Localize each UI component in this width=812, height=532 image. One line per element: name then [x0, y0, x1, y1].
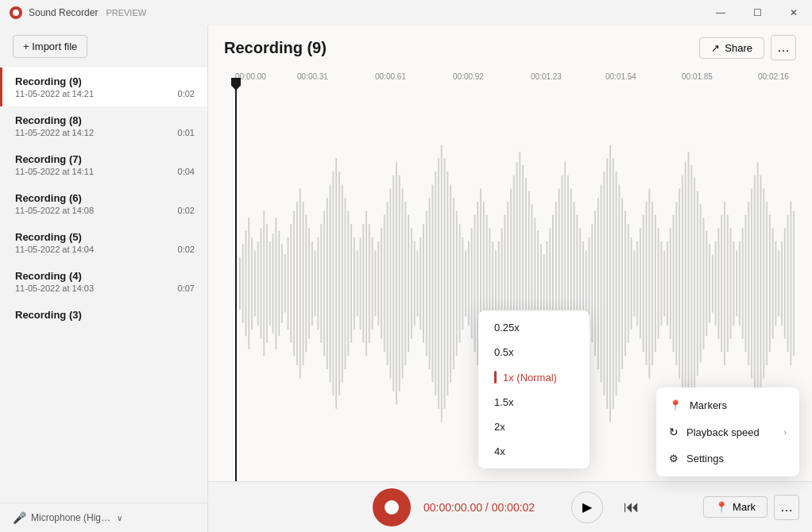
- svg-rect-118: [591, 224, 593, 342]
- svg-rect-137: [648, 188, 650, 378]
- list-item[interactable]: Recording (3): [0, 301, 207, 330]
- list-item[interactable]: Recording (7) 11-05-2022 at 14:11 0:04: [0, 145, 207, 184]
- svg-rect-63: [426, 211, 427, 357]
- list-item[interactable]: Recording (4) 11-05-2022 at 14:03 0:07: [0, 262, 207, 301]
- maximize-button[interactable]: ☐: [739, 0, 775, 25]
- svg-rect-147: [679, 188, 680, 378]
- svg-rect-59: [414, 241, 416, 326]
- list-item[interactable]: Recording (5) 11-05-2022 at 14:04 0:02: [0, 223, 207, 262]
- app-title: Sound Recorder: [29, 7, 98, 18]
- context-item-settings[interactable]: ⚙ Settings: [656, 445, 799, 472]
- svg-rect-123: [606, 158, 608, 408]
- context-item-playback-speed[interactable]: ↻ Playback speed ›: [656, 418, 799, 445]
- svg-rect-17: [288, 237, 289, 330]
- svg-rect-167: [739, 241, 740, 326]
- svg-rect-153: [697, 191, 698, 376]
- timeline-ruler: 00:00.00 00:00.31 00:00.61 00:00.92 00:0…: [224, 67, 796, 86]
- share-button[interactable]: ↗ Share: [699, 37, 764, 59]
- svg-rect-7: [257, 241, 259, 326]
- svg-rect-44: [369, 224, 370, 342]
- titlebar-left: Sound Recorder PREVIEW: [10, 6, 146, 19]
- recording-duration: 0:02: [178, 89, 195, 98]
- more-controls-button[interactable]: …: [774, 495, 799, 520]
- list-item[interactable]: Recording (9) 11-05-2022 at 14:21 0:02: [0, 67, 207, 106]
- svg-rect-161: [721, 215, 722, 353]
- svg-rect-168: [742, 228, 744, 338]
- minimize-button[interactable]: —: [702, 0, 739, 25]
- svg-rect-181: [781, 241, 783, 326]
- svg-rect-56: [404, 202, 406, 365]
- microphone-label: Microphone (Hig…: [31, 512, 110, 523]
- recording-duration: 0:02: [178, 206, 195, 215]
- recording-meta: 11-05-2022 at 14:04 0:02: [15, 245, 195, 254]
- svg-rect-159: [715, 241, 717, 326]
- location-icon: 📍: [715, 501, 728, 513]
- svg-rect-176: [766, 202, 768, 365]
- svg-rect-71: [450, 185, 451, 383]
- skip-to-start-button[interactable]: ⏮: [616, 492, 648, 523]
- svg-rect-70: [447, 172, 448, 395]
- recording-date: 11-05-2022 at 14:03: [15, 283, 94, 293]
- svg-rect-37: [347, 211, 349, 357]
- speed-label: 2x: [494, 421, 505, 433]
- speed-option-05[interactable]: 0.5x: [478, 340, 590, 364]
- svg-rect-155: [703, 218, 705, 349]
- speed-option-025[interactable]: 0.25x: [478, 315, 590, 340]
- svg-rect-3: [246, 231, 247, 337]
- tick-7: 00:02.16: [758, 72, 789, 81]
- svg-rect-24: [308, 228, 310, 338]
- microphone-selector[interactable]: 🎤 Microphone (Hig… ∨: [0, 503, 207, 532]
- close-button[interactable]: ✕: [775, 0, 812, 25]
- svg-rect-9: [263, 211, 265, 357]
- recording-meta: 11-05-2022 at 14:08 0:02: [15, 206, 195, 215]
- svg-rect-75: [462, 237, 463, 330]
- svg-rect-165: [733, 241, 734, 326]
- svg-rect-22: [303, 202, 304, 365]
- tick-3: 00:00.92: [453, 72, 484, 81]
- bottom-controls: 00:00:00.00 / 00:00:02 ▶ ⏮ 📍 Mark …: [208, 481, 812, 532]
- list-item[interactable]: Recording (6) 11-05-2022 at 14:08 0:02: [0, 184, 207, 223]
- speed-option-4x[interactable]: 4x: [478, 439, 590, 464]
- active-indicator: [494, 371, 497, 384]
- settings-label: Settings: [686, 453, 787, 465]
- svg-rect-171: [751, 188, 752, 378]
- recording-meta: 11-05-2022 at 14:03 0:07: [15, 283, 195, 293]
- svg-rect-67: [438, 158, 439, 408]
- svg-rect-5: [251, 237, 253, 330]
- svg-rect-116: [586, 251, 587, 317]
- app-body: + Import file Recording (9) 11-05-2022 a…: [0, 25, 812, 532]
- svg-rect-130: [628, 224, 629, 342]
- record-button[interactable]: [373, 488, 411, 526]
- svg-rect-182: [784, 228, 786, 338]
- svg-rect-42: [362, 224, 364, 342]
- context-item-markers[interactable]: 📍 Markers: [656, 392, 799, 418]
- speed-option-15x[interactable]: 1.5x: [478, 390, 590, 414]
- list-item[interactable]: Recording (8) 11-05-2022 at 14:12 0:01: [0, 106, 207, 145]
- svg-rect-10: [266, 224, 268, 342]
- svg-rect-175: [763, 188, 764, 378]
- svg-rect-66: [435, 172, 436, 395]
- current-time: 00:00:00.00: [423, 501, 482, 514]
- play-button[interactable]: ▶: [571, 492, 603, 523]
- svg-rect-46: [374, 251, 376, 317]
- settings-icon: ⚙: [669, 453, 679, 465]
- svg-rect-21: [300, 188, 301, 378]
- svg-rect-169: [745, 215, 747, 353]
- recording-duration: 0:01: [178, 128, 195, 137]
- more-options-button[interactable]: …: [771, 35, 796, 60]
- app-icon: [10, 6, 22, 19]
- svg-rect-4: [248, 218, 249, 349]
- recording-name: Recording (7): [15, 153, 195, 165]
- svg-rect-144: [670, 228, 671, 338]
- mark-button[interactable]: 📍 Mark: [703, 496, 768, 518]
- speed-option-1x[interactable]: 1x (Normal): [478, 364, 590, 390]
- svg-rect-72: [453, 198, 454, 369]
- mark-label: Mark: [733, 501, 756, 513]
- svg-rect-148: [682, 175, 683, 391]
- svg-rect-14: [278, 231, 280, 337]
- svg-rect-177: [769, 215, 771, 353]
- import-file-button[interactable]: + Import file: [13, 35, 87, 58]
- speed-option-2x[interactable]: 2x: [478, 414, 590, 439]
- svg-rect-151: [690, 165, 692, 403]
- svg-rect-52: [392, 175, 394, 391]
